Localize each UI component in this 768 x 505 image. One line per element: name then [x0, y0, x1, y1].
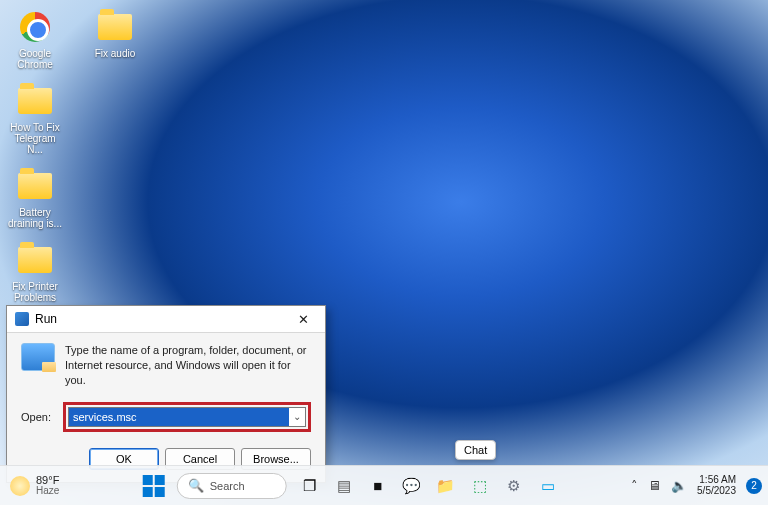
desktop-icon-folder[interactable]: Fix audio	[86, 8, 144, 70]
pinned-app-icon[interactable]: ⚙	[503, 475, 525, 497]
search-placeholder: Search	[210, 480, 245, 492]
open-label: Open:	[21, 411, 55, 423]
pinned-app-icon[interactable]: ▭	[537, 475, 559, 497]
desktop-icon-label: How To Fix Telegram N...	[6, 122, 64, 155]
run-app-icon	[15, 312, 29, 326]
file-explorer-icon[interactable]: 📁	[435, 475, 457, 497]
chat-icon[interactable]: 💬	[401, 475, 423, 497]
desktop-icon-label: Fix audio	[95, 48, 136, 59]
run-titlebar[interactable]: Run ✕	[7, 306, 325, 333]
start-button[interactable]	[143, 475, 165, 497]
desktop-icon-folder[interactable]: Fix Printer Problems	[6, 241, 64, 303]
taskbar-clock[interactable]: 1:56 AM 5/5/2023	[697, 475, 736, 496]
tray-chevron-icon[interactable]: ˄	[631, 478, 638, 493]
desktop-icon-folder[interactable]: Battery draining is...	[6, 167, 64, 229]
chevron-down-icon[interactable]: ⌄	[289, 411, 305, 422]
system-tray: ˄ 🖥 🔈 1:56 AM 5/5/2023 2	[631, 466, 762, 505]
weather-widget[interactable]: 89°F Haze	[0, 475, 69, 496]
chat-tooltip: Chat	[455, 440, 496, 460]
search-icon: 🔍	[188, 478, 204, 493]
clock-date: 5/5/2023	[697, 486, 736, 497]
desktop-icon-label: Google Chrome	[6, 48, 64, 70]
taskbar-search[interactable]: 🔍 Search	[177, 473, 287, 499]
taskbar: 89°F Haze 🔍 Search ❐ ▤ ■ 💬 📁 ⬚ ⚙ ▭ ˄ 🖥 🔈…	[0, 465, 768, 505]
desktop-icon-chrome[interactable]: Google Chrome	[6, 8, 64, 70]
network-icon[interactable]: 🖥	[648, 478, 661, 493]
run-description: Type the name of a program, folder, docu…	[65, 343, 311, 388]
open-input[interactable]	[69, 408, 289, 426]
pinned-app-icon[interactable]: ⬚	[469, 475, 491, 497]
chrome-icon	[20, 12, 50, 42]
run-title: Run	[35, 312, 57, 326]
desktop-icon-label: Battery draining is...	[6, 207, 64, 229]
desktop-icon-folder[interactable]: How To Fix Telegram N...	[6, 82, 64, 155]
task-view-icon[interactable]: ❐	[299, 475, 321, 497]
folder-icon	[18, 247, 52, 273]
folder-icon	[18, 173, 52, 199]
pinned-app-icon[interactable]: ▤	[333, 475, 355, 497]
close-button[interactable]: ✕	[289, 310, 317, 328]
desktop-icon-label: Fix Printer Problems	[6, 281, 64, 303]
run-dialog-icon	[21, 343, 55, 371]
run-dialog: Run ✕ Type the name of a program, folder…	[6, 305, 326, 483]
volume-icon[interactable]: 🔈	[671, 478, 687, 493]
folder-icon	[18, 88, 52, 114]
pinned-app-icon[interactable]: ■	[367, 475, 389, 497]
folder-icon	[98, 14, 132, 40]
notification-badge[interactable]: 2	[746, 478, 762, 494]
open-field-highlight: ⌄	[63, 402, 311, 432]
desktop-icons: Google Chrome Fix audio How To Fix Teleg…	[6, 8, 144, 303]
weather-condition: Haze	[36, 486, 59, 496]
clock-time: 1:56 AM	[697, 475, 736, 486]
weather-icon	[10, 476, 30, 496]
